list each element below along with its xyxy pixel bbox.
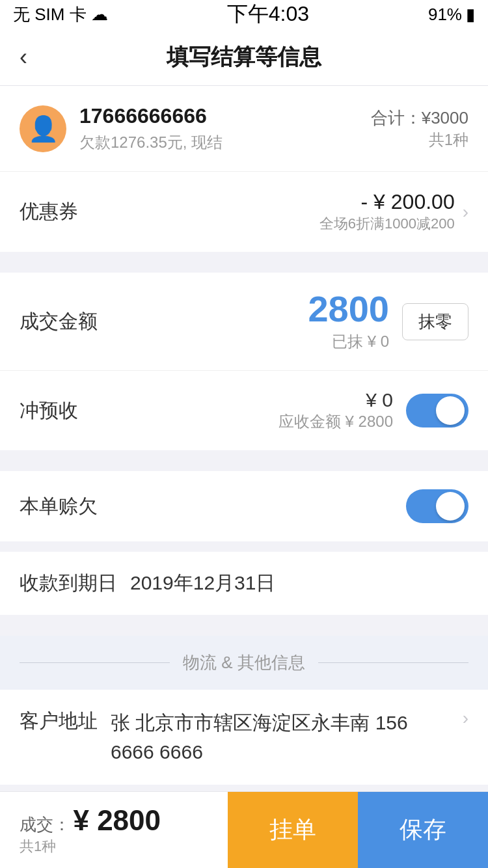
status-right: 91% ▮	[428, 5, 475, 25]
advance-label: 冲预收	[20, 398, 78, 424]
coupon-chevron-icon: ›	[463, 202, 468, 223]
due-date-row: 收款到期日 2019年12月31日	[0, 552, 488, 615]
transaction-label: 成交金额	[20, 308, 98, 335]
bottom-count: 共1种	[20, 837, 208, 856]
due-date-card: 收款到期日 2019年12月31日	[0, 552, 488, 615]
header-line-right	[318, 662, 468, 663]
advance-right: ¥ 0 应收金额 ¥ 2800	[278, 389, 468, 432]
status-bar: 无 SIM 卡 ☁ 下午4:03 91% ▮	[0, 0, 488, 29]
logistics-section-header: 物流 & 其他信息	[0, 636, 488, 690]
user-left: 👤 17666666666 欠款1276.35元, 现结	[20, 104, 223, 153]
round-button[interactable]: 抹零	[402, 303, 468, 340]
coupon-label: 优惠券	[20, 198, 78, 225]
address-label: 客户地址	[20, 708, 98, 735]
advance-amount-block: ¥ 0 应收金额 ¥ 2800	[278, 389, 393, 432]
status-time: 下午4:03	[227, 0, 309, 29]
coupon-row[interactable]: 优惠券 - ¥ 200.00 全场6折满1000减200 ›	[0, 171, 488, 252]
debt-toggle-knob	[436, 492, 465, 521]
amount-row: 成交金额 2800 已抹 ¥ 0 抹零	[0, 273, 488, 370]
debt-toggle[interactable]	[406, 489, 468, 523]
advance-toggle[interactable]	[406, 394, 468, 427]
user-debt: 欠款1276.35元, 现结	[79, 132, 223, 153]
back-button[interactable]: ‹	[20, 44, 27, 71]
user-row: 👤 17666666666 欠款1276.35元, 现结 合计：¥3000 共1…	[0, 86, 488, 171]
total-label: 合计：¥3000	[371, 107, 468, 129]
header-line-left	[20, 662, 170, 663]
coupon-info: - ¥ 200.00 全场6折满1000减200	[319, 190, 455, 234]
user-phone: 17666666666	[79, 104, 223, 128]
advance-sub: 应收金额 ¥ 2800	[278, 411, 393, 432]
coupon-right: - ¥ 200.00 全场6折满1000减200 ›	[319, 190, 468, 234]
total-count: 共1种	[371, 129, 468, 150]
due-date-label: 收款到期日	[20, 570, 117, 597]
bottom-total-row: 成交： ¥ 2800	[20, 804, 208, 837]
bottom-total-label: 成交：	[20, 815, 70, 834]
bottom-total-amount: ¥ 2800	[73, 804, 161, 836]
status-left: 无 SIM 卡 ☁	[13, 3, 108, 26]
amount-right: 2800 已抹 ¥ 0 抹零	[308, 291, 468, 352]
address-content: 张 北京市市辖区海淀区永丰南 156 6666 6666	[111, 708, 450, 766]
advance-row: 冲预收 ¥ 0 应收金额 ¥ 2800	[0, 370, 488, 450]
amount-info: 2800 已抹 ¥ 0	[308, 291, 389, 352]
logistics-label: 物流 & 其他信息	[183, 651, 305, 674]
transaction-card: 成交金额 2800 已抹 ¥ 0 抹零 冲预收 ¥ 0 应收金额 ¥ 2800	[0, 273, 488, 450]
amount-value: 2800	[308, 291, 389, 327]
due-date-value: 2019年12月31日	[130, 570, 275, 597]
hang-button[interactable]: 挂单	[228, 792, 358, 868]
coupon-desc: 全场6折满1000减200	[319, 214, 455, 234]
page-title: 填写结算等信息	[167, 42, 321, 72]
bottom-bar: 成交： ¥ 2800 共1种 挂单 保存	[0, 791, 488, 868]
advance-amount: ¥ 0	[278, 389, 393, 411]
section-gap-3	[0, 625, 488, 636]
battery-text: 91%	[428, 5, 462, 25]
address-row[interactable]: 客户地址 张 北京市市辖区海淀区永丰南 156 6666 6666 ›	[0, 690, 488, 785]
content-area: 👤 17666666666 欠款1276.35元, 现结 合计：¥3000 共1…	[0, 86, 488, 868]
bottom-info: 成交： ¥ 2800 共1种	[0, 804, 228, 856]
nav-bar: ‹ 填写结算等信息	[0, 29, 488, 86]
avatar-icon: 👤	[28, 115, 59, 143]
toggle-knob	[436, 396, 465, 425]
user-info: 17666666666 欠款1276.35元, 现结	[79, 104, 223, 153]
save-button[interactable]: 保存	[358, 792, 488, 868]
debt-label: 本单赊欠	[20, 493, 98, 520]
amount-sub: 已抹 ¥ 0	[332, 331, 389, 352]
battery-icon: ▮	[466, 5, 475, 25]
bottom-buttons: 挂单 保存	[228, 792, 488, 868]
user-right: 合计：¥3000 共1种	[371, 107, 468, 150]
user-info-card: 👤 17666666666 欠款1276.35元, 现结 合计：¥3000 共1…	[0, 86, 488, 252]
no-sim-text: 无 SIM 卡 ☁	[13, 3, 108, 26]
coupon-discount: - ¥ 200.00	[361, 190, 455, 214]
avatar: 👤	[20, 105, 66, 152]
section-gap-2	[0, 461, 488, 471]
debt-row: 本单赊欠	[0, 471, 488, 541]
address-chevron-icon: ›	[463, 708, 468, 729]
section-gap-1	[0, 262, 488, 273]
